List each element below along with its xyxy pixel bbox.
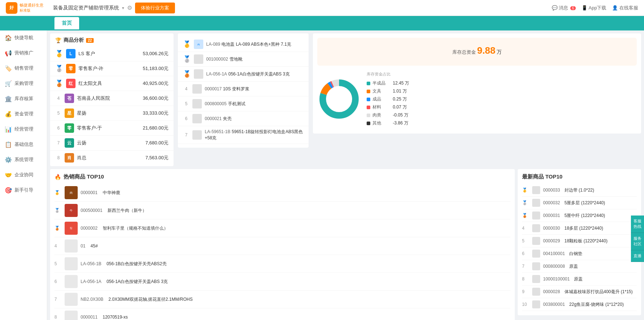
product-thumbnail [532,186,540,194]
product-info: 0000021 夹壳 [205,116,303,122]
product-thumbnail [532,275,540,283]
system-name: 装备及固定资产辅助管理系统 [53,5,119,11]
sidebar-item-sales[interactable]: 🏷️ 销售管理 [0,61,47,76]
table-row: 🥉 红 红太阳文具 40,925.00元 [50,76,174,91]
legend-color [367,122,370,125]
list-item: 8 10000100001 原盖 [522,273,637,286]
inventory-summary: 库存总资金 9.88 万 [317,38,637,66]
donut-chart [317,77,361,121]
sidebar-label-sales: 销售管理 [15,65,33,71]
table-row: 🥇 Ai LA-089 电池盖 LA-089 ABS本色+黑种 7.1克 [178,37,309,52]
avatar: 星 [65,108,74,118]
product-thumbnail: 牛 [65,204,78,217]
hot-products-title: 🔥 热销商品 TOP10 [54,173,510,180]
product-thumbnail: Ai [194,40,203,49]
logo-icon: 好 [6,2,17,14]
sidebar-label-guide: 新手引导 [15,187,33,193]
logo-text: 畅捷通好生意 [20,3,44,8]
inventory-legend: 库存资金占比 半成品 12.45 万 文具 1.01 万 成品 0. [367,71,409,126]
list-item: 9 0000028 体城嘉枝味苏打饮品400毫升 (1*15) [522,286,637,298]
sidebar-label-collab: 企业协同 [15,172,33,178]
product-thumbnail [194,69,203,79]
purchase-icon: 🛒 [5,80,12,87]
product-top-panel: 🥇 Ai LA-089 电池盖 LA-089 ABS本色+黑种 7.1克 🥈 0… [178,33,309,148]
sidebar-label-finance: 资金管理 [15,111,33,117]
list-item: 4 0000030 18多层 (1220*2440) [522,222,637,235]
product-thumbnail: 肉 [65,186,78,199]
online-service-btn[interactable]: 👤 在线客服 [612,5,638,11]
nav-tabs: 首页 [0,16,644,30]
table-row: 🥇 L LS 客户 53,006.26元 [50,46,174,61]
customer-top10-panel: 🏆 商品分析 22 🥇 L LS 客户 53,006.26元 🥈 零 零售客户-… [50,33,174,166]
list-item: 🥉 0000031 5厘中纤 (1220*2440) [522,209,637,222]
sidebar-item-quicknav[interactable]: 🏠 快捷导航 [0,30,47,45]
table-row: 6 0000021 夹壳 [178,111,309,126]
product-thumbnail [65,311,78,320]
product-thumbnail [532,224,540,232]
product-thumbnail [65,257,78,270]
avatar: L [66,49,76,58]
avatar: 零 [66,64,76,73]
legend-item: 半成品 12.45 万 [367,80,409,86]
list-item: 🥈 牛 000500001 新西兰牛肉（新牛） [54,202,510,220]
product-thumbnail [192,130,202,140]
product-info: 000800005 手机测试 [205,101,303,107]
chart-subtitle: 库存资金占比 [367,71,409,77]
sidebar-item-inventory[interactable]: 🏛️ 库存核算 [0,91,47,106]
list-item: 5 LA-056-1B 056-1B白色按键开关壳ABS2壳 [54,255,510,273]
list-item: 7 000800008 原盖 [522,260,637,273]
inventory-total: 库存总资金 9.88 万 [321,41,633,62]
list-item: 6 LA-056-1A 056-1A白色按键开关盖ABS 3克 [54,273,510,291]
legend-color [367,90,370,93]
sidebar-item-system[interactable]: ⚙️ 系统管理 [0,152,47,167]
legend-item: 文具 1.01 万 [367,88,409,94]
sidebar-item-collab[interactable]: 🤝 企业协同 [0,167,47,182]
list-item: 7 NB2.0X30B 2.0X30MM双搓花轴,搓花直径2.1MM/ROHS [54,291,510,308]
live-btn[interactable]: 直播 [631,250,644,262]
list-item: 6 004100001 白钢垫 [522,247,637,260]
logo-sub: 标准版 [20,8,44,13]
tab-home[interactable]: 首页 [54,17,79,29]
sidebar: 🔍 搜索菜单 🏠 快捷导航 📢 营销推广 🏷️ 销售管理 🛒 采购管理 🏛️ 库… [0,16,47,320]
product-thumbnail [532,212,540,220]
finance-icon: 💰 [5,111,12,117]
customer-service-btn[interactable]: 客服热线 [631,216,644,233]
sidebar-item-marketing[interactable]: 📢 营销推广 [0,45,47,61]
sidebar-item-guide[interactable]: 🎯 新手引导 [0,182,47,198]
chevron-down-icon[interactable]: ▾ [122,5,124,11]
legend-item: 材料 0.07 万 [367,104,409,110]
product-thumbnail [532,237,540,245]
logo: 好 畅捷通好生意 标准版 [6,2,53,14]
home-icon: 🏠 [5,34,12,41]
sidebar-item-operations[interactable]: 📊 经营管理 [0,122,47,137]
table-row: 6 零 零售客户-于 21,680.00元 [50,121,174,136]
gear-icon[interactable]: ⚙ [127,4,132,11]
sidebar-item-purchase[interactable]: 🛒 采购管理 [0,76,47,91]
legend-item: 成品 0.25 万 [367,96,409,102]
medal-icon: 🥇 [183,40,191,48]
medal-icon: 🥉 [55,79,63,87]
product-thumbnail [532,250,540,258]
guide-icon: 🎯 [5,187,12,193]
newest-products-title: 最新商品 TOP10 [522,173,637,180]
product-info: LA-089 电池盖 LA-089 ABS本色+黑种 7.1克 [206,41,303,48]
list-item: 🥉 车 0000002 智利车子里（规格不知道填什么） [54,220,510,237]
table-row: 🥈 零 零售客户-许 51,183.00元 [50,61,174,76]
message-label: 消息 [559,5,568,11]
service-community-btn[interactable]: 服务社区 [631,233,644,250]
marketing-icon: 📢 [5,50,12,56]
sidebar-item-basics[interactable]: 📋 基础信息 [0,137,47,152]
product-info: 0000017 10S 变料罗浆 [205,86,303,92]
trial-button[interactable]: 体验行业方案 [135,3,175,13]
sidebar-label-marketing: 营销推广 [15,50,33,56]
inventory-chart-area: 库存资金占比 半成品 12.45 万 文具 1.01 万 成品 0. [317,69,637,129]
system-icon: ⚙️ [5,156,12,163]
medal-icon: 🥈 [55,65,63,73]
product-info: LA-59651-1B 59651-1B旋转投影灯电池盒ABS黑色+58克 [205,129,303,141]
customer-panel-title: 🏆 商品分析 22 [50,37,174,46]
legend-item: 肉类 -0.05 万 [367,112,409,118]
operations-icon: 📊 [5,126,12,132]
message-btn[interactable]: 💬 消息 6 [552,5,576,11]
app-download-btn[interactable]: 📱 App下载 [582,5,606,11]
sidebar-item-finance[interactable]: 💰 资金管理 [0,106,47,122]
